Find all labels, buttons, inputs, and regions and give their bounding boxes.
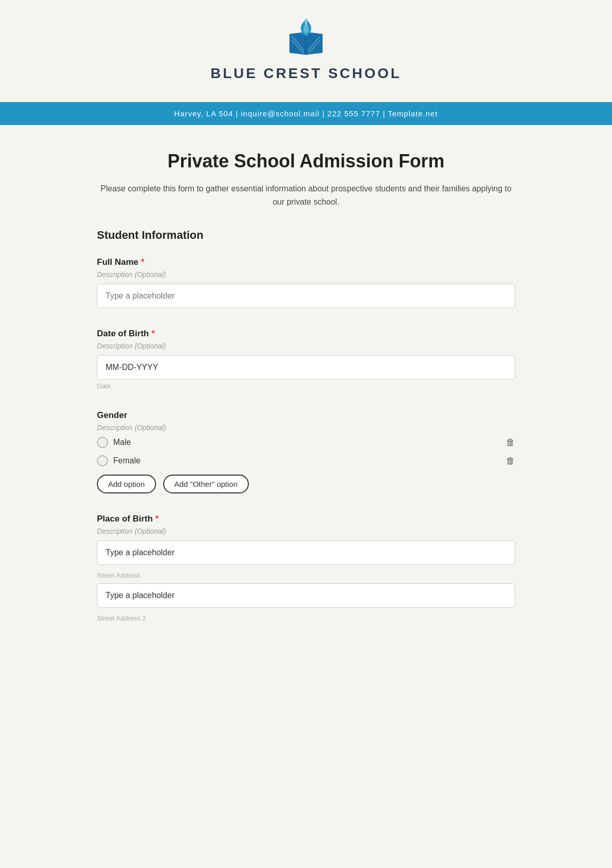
gender-female-label: Female [113,456,140,465]
dob-input[interactable] [97,355,515,380]
school-name-text: BLUE CREST SCHOOL [211,65,401,82]
full-name-label: Full Name * [97,257,515,267]
info-bar: Harvey, LA 504 | inquire@school.mail | 2… [0,102,612,125]
place-of-birth-field: Place of Birth * Description (Optional) … [97,514,515,622]
dob-required: * [151,329,155,339]
gender-female-option: Female 🗑 [97,455,515,466]
gender-label: Gender [97,410,515,420]
section-student-title: Student Information [97,229,515,242]
street-address-1-input[interactable] [97,540,515,565]
dob-field: Date of Birth * Description (Optional) D… [97,329,515,390]
add-option-row: Add option Add "Other" option [97,475,515,493]
gender-male-delete-icon[interactable]: 🗑 [506,437,515,448]
full-name-input[interactable] [97,284,515,308]
dob-hint: Date [97,382,515,390]
gender-male-radio[interactable] [97,437,108,448]
place-of-birth-label: Place of Birth * [97,514,515,524]
gender-female-delete-icon[interactable]: 🗑 [506,456,515,466]
full-name-field: Full Name * Description (Optional) [97,257,515,308]
gender-male-option: Male 🗑 [97,437,515,448]
page-header: BLUE CREST SCHOOL [0,0,612,92]
gender-male-label: Male [113,438,131,447]
dob-label: Date of Birth * [97,329,515,339]
gender-female-radio[interactable] [97,455,108,466]
place-of-birth-description: Description (Optional) [97,527,515,535]
street-address-2-hint: Street Address 2 [97,614,515,622]
street-address-2-input[interactable] [97,583,515,608]
add-other-option-button[interactable]: Add "Other" option [163,475,249,493]
full-name-description: Description (Optional) [97,270,515,279]
street-address-1-hint: Street Address [97,572,515,579]
logo-container: BLUE CREST SCHOOL [211,15,401,82]
main-content: Private School Admission Form Please com… [76,125,536,668]
form-title: Private School Admission Form [97,151,515,172]
dob-description: Description (Optional) [97,342,515,350]
place-of-birth-required: * [156,514,159,524]
contact-info: Harvey, LA 504 | inquire@school.mail | 2… [174,109,438,118]
gender-description: Description (Optional) [97,424,515,432]
add-option-button[interactable]: Add option [97,475,156,493]
gender-field: Gender Description (Optional) Male 🗑 Fem… [97,410,515,493]
school-logo [283,15,329,61]
form-description: Please complete this form to gather esse… [97,182,515,208]
full-name-required: * [141,257,144,267]
address-fields: Street Address Street Address 2 [97,540,515,622]
